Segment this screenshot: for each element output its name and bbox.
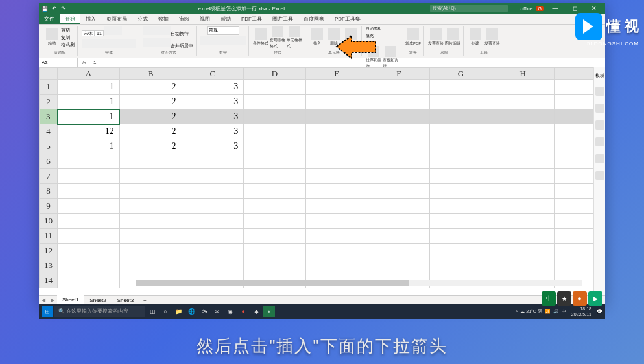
- align-middle-icon[interactable]: [152, 26, 161, 35]
- record-icon[interactable]: ●: [237, 306, 249, 317]
- copy-button[interactable]: 复制: [61, 34, 75, 41]
- table-format-button[interactable]: 套用表格格式: [270, 26, 285, 49]
- cell-B4[interactable]: 2: [119, 124, 182, 139]
- cell-B2[interactable]: 2: [119, 95, 182, 109]
- row-header-3[interactable]: 3: [40, 109, 58, 124]
- notification-icon[interactable]: 💬: [597, 309, 602, 314]
- cell-C4[interactable]: 3: [182, 124, 244, 139]
- cell-B3[interactable]: 2: [119, 109, 182, 124]
- cell-C3[interactable]: 3: [182, 109, 244, 124]
- undo-icon[interactable]: ↶: [51, 5, 57, 12]
- row-header-5[interactable]: 5: [40, 139, 58, 154]
- excel-taskbar-icon[interactable]: X: [263, 306, 275, 317]
- edge-icon[interactable]: 🌐: [185, 306, 197, 317]
- clock[interactable]: 18:182022/5/11: [569, 306, 594, 317]
- comma-icon[interactable]: [219, 36, 228, 45]
- cell-A5[interactable]: 1: [58, 139, 120, 154]
- cell-C5[interactable]: 3: [182, 139, 244, 154]
- percent-icon[interactable]: [209, 36, 219, 45]
- merge-button[interactable]: 合并后居中: [171, 43, 193, 48]
- cell-B5[interactable]: 2: [119, 139, 182, 154]
- row-header-2[interactable]: 2: [40, 95, 58, 109]
- align-top-icon[interactable]: [143, 26, 152, 35]
- create-button[interactable]: 创建: [468, 26, 483, 49]
- tab-home[interactable]: 开始: [60, 14, 80, 24]
- decrease-decimal-icon[interactable]: [237, 36, 246, 45]
- sidepanel-more-icon[interactable]: [595, 171, 604, 180]
- name-box[interactable]: A3: [39, 58, 78, 67]
- conditional-format-button[interactable]: 条件格式: [253, 26, 268, 49]
- font-color-icon[interactable]: [127, 39, 136, 48]
- currency-icon[interactable]: [200, 36, 209, 45]
- increase-decimal-icon[interactable]: [228, 36, 237, 45]
- autosum-button[interactable]: 自动求和: [366, 26, 381, 32]
- increase-font-icon[interactable]: [104, 26, 113, 35]
- cell-C1[interactable]: 3: [182, 80, 244, 95]
- tab-insert[interactable]: 插入: [80, 14, 101, 24]
- cell-D1[interactable]: [244, 80, 306, 95]
- border-icon[interactable]: [109, 39, 118, 48]
- col-C[interactable]: C: [182, 68, 244, 80]
- taskbar-search[interactable]: 🔍 在这里输入你要搜索的内容: [54, 306, 145, 317]
- search-box[interactable]: 搜索(Alt+Q): [430, 5, 508, 12]
- volume-icon[interactable]: 🔊: [553, 309, 559, 314]
- chrome-icon[interactable]: ◉: [224, 306, 236, 317]
- col-B[interactable]: B: [119, 68, 182, 80]
- col-D[interactable]: D: [244, 68, 306, 80]
- number-format-dropdown[interactable]: 常规: [207, 26, 239, 35]
- start-button[interactable]: ⊞: [42, 306, 53, 317]
- bold-icon[interactable]: [82, 39, 91, 48]
- tab-view[interactable]: 视图: [195, 14, 215, 24]
- sidepanel-library-icon[interactable]: [595, 104, 604, 113]
- sidepanel-home-icon[interactable]: [595, 87, 604, 96]
- redo-icon[interactable]: ↷: [60, 5, 66, 12]
- sidepanel-template-icon[interactable]: [595, 120, 604, 130]
- col-G[interactable]: G: [430, 68, 492, 80]
- col-H[interactable]: H: [492, 68, 554, 80]
- cell-A2[interactable]: 1: [58, 95, 120, 109]
- cell-A4[interactable]: 12: [58, 124, 120, 139]
- invoice-button[interactable]: 发票查验: [428, 26, 444, 49]
- user-badge[interactable]: G: [536, 6, 544, 11]
- cell-B1[interactable]: 2: [119, 80, 182, 95]
- save-icon[interactable]: 💾: [42, 5, 48, 12]
- horizontal-scrollbar[interactable]: [136, 280, 582, 286]
- cortana-icon[interactable]: ○: [160, 306, 171, 317]
- sheet-nav-prev-icon[interactable]: ◀: [39, 297, 48, 303]
- find-select-button[interactable]: 查找和选择: [383, 46, 398, 69]
- sidepanel-history-icon[interactable]: [595, 137, 604, 146]
- cell-styles-button[interactable]: 单元格样式: [287, 26, 302, 49]
- tab-review[interactable]: 审阅: [174, 14, 195, 24]
- ime-icon[interactable]: 中: [562, 308, 566, 315]
- to-pdf-button[interactable]: 转成PDF: [405, 26, 421, 49]
- paste-button[interactable]: 粘贴: [44, 26, 60, 49]
- add-sheet-button[interactable]: +: [139, 297, 150, 303]
- col-F[interactable]: F: [368, 68, 430, 80]
- fx-icon[interactable]: fx: [78, 60, 91, 65]
- cell-C2[interactable]: 3: [182, 95, 244, 109]
- cell-A3[interactable]: 1: [58, 109, 120, 124]
- row-header-1[interactable]: 1: [40, 80, 58, 95]
- col-A[interactable]: A: [58, 68, 120, 80]
- tab-image[interactable]: 图片工具: [267, 14, 298, 24]
- cut-button[interactable]: 剪切: [61, 27, 75, 34]
- float-tool-3[interactable]: ●: [573, 291, 587, 306]
- align-left-icon[interactable]: [143, 38, 152, 47]
- align-center-icon[interactable]: [152, 38, 161, 47]
- italic-icon[interactable]: [91, 39, 100, 48]
- sheet-tab-2[interactable]: Sheet2: [84, 296, 112, 305]
- explorer-icon[interactable]: 📁: [173, 306, 184, 317]
- align-right-icon[interactable]: [161, 38, 171, 47]
- sheet-tab-3[interactable]: Sheet3: [112, 296, 139, 305]
- minimize-button[interactable]: —: [547, 3, 564, 14]
- spreadsheet-grid[interactable]: A B C D E F G H 1123 2123 3123 41223 512…: [39, 67, 593, 288]
- tab-pdf[interactable]: PDF工具: [236, 14, 267, 24]
- image-edit-button[interactable]: 图片编辑: [445, 26, 460, 49]
- task-view-icon[interactable]: ◫: [147, 306, 158, 317]
- tab-data[interactable]: 数据: [153, 14, 174, 24]
- network-icon[interactable]: 📶: [545, 309, 551, 314]
- scroll-thumb[interactable]: [136, 280, 409, 286]
- fill-color-icon[interactable]: [118, 39, 127, 48]
- row-header-4[interactable]: 4: [40, 124, 58, 139]
- tab-pdfkit[interactable]: PDF工具集: [329, 14, 366, 24]
